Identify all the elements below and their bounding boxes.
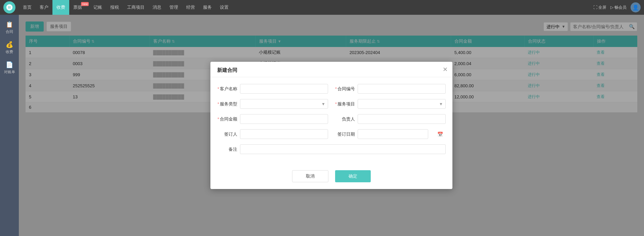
fullscreen-icon: ⛶ <box>593 5 597 10</box>
nav-message[interactable]: 消息 <box>149 0 165 15</box>
nav-service[interactable]: 服务 <box>199 0 216 15</box>
label-client-name: *客户名称 <box>217 86 237 92</box>
new-badge: new <box>81 2 89 6</box>
select-service-item[interactable] <box>358 99 446 109</box>
nav-bill[interactable]: 票据 new <box>69 0 89 15</box>
content-area: 新增 服务项目 进行中 已结束 全部 ▼ 🔍 <box>19 15 644 236</box>
required-item: * <box>335 101 337 106</box>
modal-header: 新建合同 ✕ <box>210 62 452 77</box>
nav-tax[interactable]: 报税 <box>106 0 123 15</box>
sidebar-item-fee[interactable]: 💰 收费 <box>1 38 18 57</box>
field-service-type: *服务类型 ▼ <box>217 99 328 109</box>
nav-bookkeeping[interactable]: 记账 <box>89 0 106 15</box>
main-layout: 📋 合同 💰 收费 📄 对账单 新增 服务项目 进行中 已结束 全部 <box>0 15 644 236</box>
field-signer: 签订人 <box>217 129 328 139</box>
fullscreen-label: 全屏 <box>598 5 606 10</box>
form-row-1: *客户名称 *合同编号 <box>217 84 446 94</box>
nav-operation[interactable]: 经营 <box>182 0 199 15</box>
label-service-type: *服务类型 <box>217 101 237 107</box>
modal-close-button[interactable]: ✕ <box>443 66 448 73</box>
nav-business[interactable]: 工商项目 <box>123 0 149 15</box>
field-responsible: 负责人 <box>335 114 446 124</box>
top-nav-right: ⛶ 全屏 ▷ 畅会员 👤 <box>593 2 641 12</box>
sidebar-item-contract[interactable]: 📋 合同 <box>1 18 18 37</box>
calendar-icon: 📅 <box>437 132 443 137</box>
nav-settings[interactable]: 设置 <box>216 0 233 15</box>
label-responsible: 负责人 <box>335 116 355 122</box>
top-nav: 首页 客户 收费 票据 new 记账 报税 工商项目 消息 管理 经营 服务 设… <box>0 0 644 15</box>
field-amount: *合同金额 0.00 <box>217 114 328 124</box>
member-btn[interactable]: ▷ 畅会员 <box>610 5 627 10</box>
sidebar-label-fee: 收费 <box>6 49 13 54</box>
input-client-name[interactable] <box>240 84 328 94</box>
service-type-select-wrap: ▼ <box>240 99 328 109</box>
service-item-select-wrap: ▼ <box>358 99 446 109</box>
logo <box>3 1 15 13</box>
play-icon: ▷ <box>610 5 613 10</box>
required-amount: * <box>217 116 219 122</box>
avatar[interactable]: 👤 <box>631 2 641 12</box>
label-contract-no: *合同编号 <box>335 86 355 92</box>
input-responsible[interactable] <box>358 114 446 124</box>
nav-manage[interactable]: 管理 <box>165 0 182 15</box>
form-row-5: 备注 <box>217 144 446 154</box>
fullscreen-btn[interactable]: ⛶ 全屏 <box>593 5 606 10</box>
statement-icon: 📄 <box>6 61 13 68</box>
modal-body: *客户名称 *合同编号 <box>210 77 452 166</box>
form-row-3: *合同金额 0.00 负责人 <box>217 114 446 124</box>
select-service-type[interactable] <box>240 99 328 109</box>
input-sign-date[interactable]: 2023-06-06 <box>358 129 428 139</box>
nav-home[interactable]: 首页 <box>19 0 36 15</box>
required-client: * <box>217 86 219 91</box>
required-type: * <box>217 101 219 106</box>
input-remarks[interactable] <box>240 144 446 154</box>
cancel-button[interactable]: 取消 <box>292 170 328 182</box>
sidebar-label-statement: 对账单 <box>4 69 15 75</box>
sidebar-label-contract: 合同 <box>6 29 13 34</box>
nav-client[interactable]: 客户 <box>36 0 52 15</box>
field-sign-date: 签订日期 2023-06-06 📅 <box>335 129 446 139</box>
nav-fee[interactable]: 收费 <box>52 0 69 15</box>
contract-icon: 📋 <box>6 21 13 28</box>
label-service-item: *服务项目 <box>335 101 355 107</box>
modal-title: 新建合同 <box>217 67 237 73</box>
label-remarks: 备注 <box>217 146 237 152</box>
label-sign-date: 签订日期 <box>335 131 355 137</box>
modal-footer: 取消 确定 <box>210 166 452 189</box>
form-row-2: *服务类型 ▼ *服务项目 <box>217 99 446 109</box>
field-contract-no: *合同编号 <box>335 84 446 94</box>
confirm-button[interactable]: 确定 <box>335 170 371 182</box>
form-row-4: 签订人 签订日期 2023-06-06 📅 <box>217 129 446 139</box>
date-input-wrap: 2023-06-06 📅 <box>358 129 446 139</box>
modal-overlay: 新建合同 ✕ *客户名称 *合同编号 <box>19 15 644 236</box>
field-service-item: *服务项目 ▼ <box>335 99 446 109</box>
input-contract-no[interactable] <box>358 84 446 94</box>
label-signer: 签订人 <box>217 131 237 137</box>
sidebar: 📋 合同 💰 收费 📄 对账单 <box>0 15 19 236</box>
fee-icon: 💰 <box>6 41 13 48</box>
new-contract-modal: 新建合同 ✕ *客户名称 *合同编号 <box>210 62 452 189</box>
input-signer[interactable] <box>240 129 328 139</box>
member-label: 畅会员 <box>614 5 627 10</box>
field-remarks: 备注 <box>217 144 446 154</box>
field-client-name: *客户名称 <box>217 84 328 94</box>
required-contract: * <box>335 86 337 91</box>
input-amount[interactable]: 0.00 <box>240 114 328 124</box>
sidebar-item-statement[interactable]: 📄 对账单 <box>1 58 18 77</box>
label-amount: *合同金额 <box>217 116 237 122</box>
